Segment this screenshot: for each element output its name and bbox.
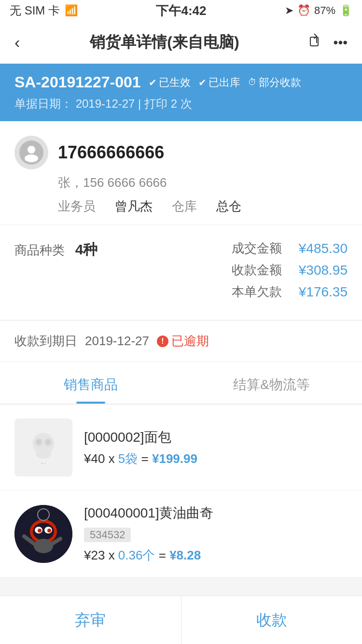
tab-sales-products[interactable]: 销售商品 (0, 362, 181, 404)
avatar-icon (19, 140, 43, 165)
date-value: 2019-12-27 (76, 97, 135, 110)
badge-shipped-text: 已出库 (209, 75, 240, 90)
overdue-text: 已逾期 (171, 333, 209, 350)
collect-payment-label: 收款 (256, 610, 287, 631)
stats-left: 商品种类 4种 (14, 240, 97, 262)
product-price-1: ¥40 (84, 451, 105, 466)
svg-point-17 (47, 529, 51, 532)
deal-amount-row: 成交金额 ¥485.30 (232, 240, 348, 257)
order-header: SA-20191227-001 ✔ 已生效 ✔ 已出库 ⏱ 部分收款 单据日期：… (0, 64, 362, 121)
badge-effective-text: 已生效 (159, 75, 191, 90)
badge-effective: ✔ 已生效 (149, 75, 191, 90)
svg-point-3 (25, 154, 38, 162)
product-item-2: [000400001]黄油曲奇 534532 ¥23 x 0.36个 = ¥8.… (0, 490, 362, 578)
no-sim-text: 无 SIM 卡 (10, 3, 60, 18)
due-date-section: 收款到期日 2019-12-27 ! 已逾期 (0, 321, 362, 361)
product-list: ●+ [0000002]面包 ¥40 x 5袋 = ¥199.99 (0, 405, 362, 578)
svg-point-2 (28, 146, 35, 154)
tab-sales-label: 销售商品 (64, 377, 118, 392)
location-icon: ➤ (285, 4, 293, 17)
status-right: ➤ ⏰ 87% 🔋 (285, 4, 352, 17)
product-qty-1: 5袋 (118, 451, 138, 466)
nav-actions: ••• (309, 33, 348, 51)
product-total-2: ¥8.28 (169, 548, 201, 562)
product-info-1: [0000002]面包 ¥40 x 5袋 = ¥199.99 (84, 428, 348, 467)
product-name-1: [0000002]面包 (84, 428, 348, 447)
stats-right: 成交金额 ¥485.30 收款金额 ¥308.95 本单欠款 ¥176.35 (232, 240, 348, 305)
tab-settlement-label: 结算&物流等 (233, 377, 310, 392)
due-date-label: 收款到期日 (14, 333, 77, 350)
product-price-2: ¥23 (84, 548, 105, 562)
debt-value: ¥176.35 (290, 284, 348, 300)
sales-value: 曾凡杰 (115, 198, 153, 215)
badge-shipped: ✔ 已出库 (198, 75, 240, 90)
svg-point-16 (38, 529, 42, 532)
product-name-2: [000400001]黄油曲奇 (84, 504, 348, 522)
svg-point-8 (46, 440, 51, 445)
share-icon[interactable] (309, 33, 324, 51)
battery-text: 87% (314, 4, 335, 17)
abandon-review-label: 弃审 (75, 610, 106, 631)
more-icon[interactable]: ••• (334, 35, 348, 50)
overdue-dot-icon: ! (157, 336, 168, 347)
battery-icon: 🔋 (339, 4, 352, 17)
goods-type-value: 4种 (75, 241, 98, 257)
customer-info-row: 业务员 曾凡杰 仓库 总仓 (58, 198, 348, 215)
warehouse-value: 总仓 (216, 198, 241, 215)
customer-name: 17666666666 (58, 142, 164, 163)
date-label: 单据日期： (14, 97, 72, 110)
check-icon-2: ✔ (198, 77, 207, 88)
order-date-row: 单据日期： 2019-12-27 | 打印 2 次 (14, 96, 348, 112)
nav-bar: ‹ 销货单详情(来自电脑) ••• (0, 21, 362, 64)
customer-sub: 张，156 6666 6666 (58, 174, 348, 191)
product-price-row-1: ¥40 x 5袋 = ¥199.99 (84, 450, 348, 467)
stats-section: 商品种类 4种 成交金额 ¥485.30 收款金额 ¥308.95 本单欠款 ¥… (0, 225, 362, 320)
customer-section: 17666666666 张，156 6666 6666 业务员 曾凡杰 仓库 总… (0, 121, 362, 224)
product-qty-2: 0.36个 (118, 548, 155, 562)
bottom-bar: 弃审 收款 (0, 596, 362, 644)
svg-point-21 (38, 509, 49, 520)
collection-row: 收款金额 ¥308.95 (232, 262, 348, 279)
goods-type-label: 商品种类 (14, 243, 65, 257)
debt-label: 本单欠款 (232, 283, 282, 300)
product-tag-2: 534532 (84, 528, 131, 542)
status-left: 无 SIM 卡 📶 (10, 3, 78, 18)
product-item-1: ●+ [0000002]面包 ¥40 x 5袋 = ¥199.99 (0, 405, 362, 490)
print-info: 打印 2 次 (144, 97, 192, 110)
status-bar: 无 SIM 卡 📶 下午4:42 ➤ ⏰ 87% 🔋 (0, 0, 362, 21)
svg-point-7 (37, 440, 42, 445)
svg-point-9 (36, 448, 51, 459)
overdue-badge: ! 已逾期 (157, 333, 209, 350)
collect-payment-button[interactable]: 收款 (181, 596, 362, 644)
clock-icon: ⏱ (248, 77, 257, 87)
sales-label: 业务员 (58, 198, 96, 215)
goods-type-row: 商品种类 4种 (14, 240, 97, 260)
badge-partial: ⏱ 部分收款 (248, 75, 301, 90)
tab-settlement[interactable]: 结算&物流等 (181, 362, 362, 404)
order-header-row1: SA-20191227-001 ✔ 已生效 ✔ 已出库 ⏱ 部分收款 (14, 73, 348, 91)
product-image-1: ●+ (14, 419, 72, 476)
collection-label: 收款金额 (232, 262, 282, 279)
page-title: 销货单详情(来自电脑) (90, 32, 239, 53)
avatar (14, 136, 48, 169)
product-image-2 (14, 505, 72, 563)
status-time: 下午4:42 (156, 2, 206, 19)
abandon-review-button[interactable]: 弃审 (0, 596, 181, 644)
tabs-section: 销售商品 结算&物流等 (0, 362, 362, 404)
svg-text:●+: ●+ (41, 461, 46, 466)
product-info-2: [000400001]黄油曲奇 534532 ¥23 x 0.36个 = ¥8.… (84, 504, 348, 564)
product-total-1: ¥199.99 (152, 451, 197, 466)
order-id: SA-20191227-001 (14, 73, 141, 91)
warehouse-label: 仓库 (172, 198, 197, 215)
check-icon-1: ✔ (149, 77, 157, 88)
due-date-value: 2019-12-27 (85, 334, 149, 349)
tabs-row: 销售商品 结算&物流等 (0, 362, 362, 404)
deal-amount-value: ¥485.30 (290, 241, 348, 256)
collection-value: ¥308.95 (290, 263, 348, 278)
badge-partial-text: 部分收款 (259, 75, 301, 90)
debt-row: 本单欠款 ¥176.35 (232, 283, 348, 300)
product-price-row-2: ¥23 x 0.36个 = ¥8.28 (84, 547, 348, 564)
deal-amount-label: 成交金额 (232, 240, 282, 257)
back-button[interactable]: ‹ (14, 33, 20, 52)
date-separator: | (138, 97, 144, 110)
